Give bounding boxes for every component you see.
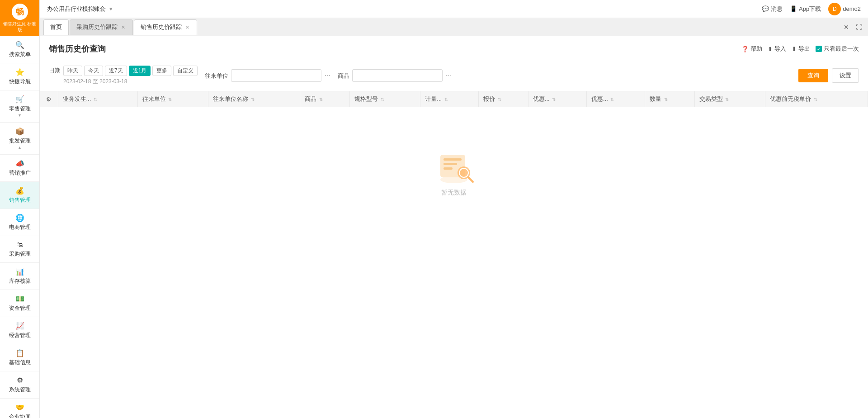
- th-quoted-price[interactable]: 报价 ⇅: [479, 91, 528, 107]
- sidebar-item-search-menu[interactable]: 🔍 搜索菜单: [0, 36, 39, 63]
- sidebar-item-wholesale-mgmt[interactable]: 📦 批发管理 ▴: [0, 123, 39, 155]
- sales-tab-label: 销售历史价跟踪: [141, 23, 182, 31]
- sort-icon: ⇅: [814, 97, 817, 102]
- data-table: ⚙ 业务发生... ⇅ 往来单位 ⇅ 往来单位名称 ⇅: [40, 91, 868, 107]
- app-download-label: App下载: [799, 5, 821, 13]
- import-button[interactable]: ⬆ 导入: [768, 45, 786, 53]
- sidebar-item-finance-mgmt[interactable]: 💵 资金管理: [0, 290, 39, 317]
- home-tab-label: 首页: [50, 23, 62, 31]
- sort-icon: ⇅: [498, 97, 501, 102]
- th-from-unit-name[interactable]: 往来单位名称 ⇅: [208, 91, 300, 107]
- th-biz-date[interactable]: 业务发生... ⇅: [58, 91, 137, 107]
- date-btn-custom[interactable]: 自定义: [173, 66, 198, 76]
- sidebar-item-purchase-mgmt[interactable]: 🛍 采购管理: [0, 236, 39, 263]
- query-button[interactable]: 查询: [798, 69, 828, 82]
- maximize-button[interactable]: ⛶: [854, 22, 864, 33]
- date-btn-1month[interactable]: 近1月: [129, 66, 151, 76]
- user-menu[interactable]: D demo2: [828, 3, 861, 15]
- checkbox-checked-icon: ✓: [816, 46, 822, 52]
- sort-icon: ⇅: [251, 97, 255, 102]
- collab-icon: 🤝: [15, 403, 24, 412]
- import-label: 导入: [774, 45, 786, 53]
- help-button[interactable]: ❓ 帮助: [741, 45, 762, 53]
- topbar-chevron-icon[interactable]: ▾: [109, 5, 113, 12]
- sidebar-item-ecommerce-mgmt[interactable]: 🌐 电商管理: [0, 209, 39, 236]
- purchase-icon: 🛍: [16, 241, 24, 249]
- search-icon: 🔍: [15, 41, 24, 49]
- system-icon: ⚙: [17, 376, 23, 385]
- tab-purchase-history[interactable]: 采购历史价跟踪 ✕: [70, 19, 133, 35]
- username-label: demo2: [843, 5, 861, 12]
- th-discount2[interactable]: 优惠... ⇅: [586, 91, 645, 107]
- date-btn-yesterday[interactable]: 昨天: [63, 66, 82, 76]
- date-btn-today[interactable]: 今天: [84, 66, 103, 76]
- date-btn-7days[interactable]: 近7天: [105, 66, 127, 76]
- sidebar-logo[interactable]: 畅 销售好生意 标准版: [0, 0, 40, 36]
- logo-text: 销售好生意 标准版: [2, 21, 38, 33]
- empty-illustration: [431, 143, 476, 189]
- basic-info-icon: 📋: [15, 349, 24, 357]
- sidebar-item-label: 销售管理: [9, 196, 31, 204]
- avatar: D: [828, 3, 841, 15]
- sort-icon: ⇅: [610, 97, 614, 102]
- sidebar-item-label: 经营管理: [9, 332, 31, 339]
- sidebar-item-system-mgmt[interactable]: ⚙ 系统管理: [0, 371, 39, 399]
- sidebar-item-inventory[interactable]: 📊 库存核算: [0, 263, 39, 290]
- sales-tab-close-icon[interactable]: ✕: [184, 24, 190, 31]
- th-quantity[interactable]: 数量 ⇅: [645, 91, 694, 107]
- export-label: 导出: [798, 45, 810, 53]
- th-trade-type[interactable]: 交易类型 ⇅: [694, 91, 765, 107]
- export-button[interactable]: ⬇ 导出: [792, 45, 810, 53]
- topbar-left: 办公用品行业模拟账套 ▾: [47, 5, 762, 13]
- product-picker-button[interactable]: ···: [445, 71, 451, 80]
- th-pretax-price[interactable]: 优惠前无税单价 ⇅: [765, 91, 868, 107]
- message-label: 消息: [771, 5, 783, 13]
- filter-actions: 查询 设置: [798, 68, 859, 83]
- sidebar-item-label: 企业协同: [9, 413, 31, 418]
- topbar: 办公用品行业模拟账套 ▾ 💬 消息 📱 App下载 D demo2: [40, 0, 868, 18]
- tab-home[interactable]: 首页: [43, 19, 69, 35]
- sidebar-item-label: 电商管理: [9, 223, 31, 231]
- page-header: 销售历史价查询 ❓ 帮助 ⬆ 导入 ⬇ 导出 ✓ 只看最后一次: [40, 36, 868, 60]
- help-icon: ❓: [741, 46, 749, 52]
- app-title: 办公用品行业模拟账套: [47, 5, 106, 13]
- settings-button[interactable]: 设置: [832, 68, 859, 83]
- tab-sales-history[interactable]: 销售历史价跟踪 ✕: [134, 19, 197, 35]
- from-unit-picker-button[interactable]: ···: [324, 71, 330, 80]
- message-button[interactable]: 💬 消息: [762, 5, 783, 13]
- sidebar-item-ops-mgmt[interactable]: 📈 经营管理: [0, 317, 39, 344]
- th-product[interactable]: 商品 ⇅: [300, 91, 349, 107]
- import-icon: ⬆: [768, 46, 773, 52]
- th-spec[interactable]: 规格型号 ⇅: [349, 91, 420, 107]
- sidebar-item-label: 基础信息: [9, 359, 31, 366]
- close-all-tabs-button[interactable]: ✕: [841, 22, 852, 33]
- date-filter-group: 日期 昨天 今天 近7天 近1月 更多 自定义 2023-02-18 至 202…: [49, 66, 198, 86]
- sidebar-item-retail-mgmt[interactable]: 🛒 零售管理 ▾: [0, 90, 39, 123]
- sidebar-item-label: 快捷导航: [9, 78, 31, 86]
- product-input[interactable]: [352, 69, 443, 82]
- sidebar-item-enterprise-collab[interactable]: 🤝 企业协同: [0, 399, 39, 418]
- sidebar-item-marketing[interactable]: 📣 营销推广: [0, 155, 39, 182]
- sort-icon: ⇅: [168, 97, 172, 102]
- app-download-button[interactable]: 📱 App下载: [790, 5, 821, 13]
- export-icon: ⬇: [792, 46, 797, 52]
- only-last-checkbox[interactable]: ✓ 只看最后一次: [816, 45, 859, 53]
- page-content: 销售历史价查询 ❓ 帮助 ⬆ 导入 ⬇ 导出 ✓ 只看最后一次: [40, 36, 868, 418]
- svg-rect-2: [443, 158, 462, 161]
- th-unit[interactable]: 计量... ⇅: [420, 91, 479, 107]
- sidebar-item-basic-info[interactable]: 📋 基础信息: [0, 344, 39, 371]
- from-unit-input[interactable]: [231, 69, 321, 82]
- table-settings-col[interactable]: ⚙: [40, 91, 58, 107]
- sort-icon: ⇅: [319, 97, 323, 102]
- purchase-tab-close-icon[interactable]: ✕: [120, 24, 126, 31]
- date-btn-more[interactable]: 更多: [152, 66, 171, 76]
- table-container: ⚙ 业务发生... ⇅ 往来单位 ⇅ 往来单位名称 ⇅: [40, 91, 868, 233]
- filter-bar: 日期 昨天 今天 近7天 近1月 更多 自定义 2023-02-18 至 202…: [40, 60, 868, 91]
- svg-rect-4: [443, 167, 453, 170]
- sort-icon: ⇅: [664, 97, 668, 102]
- sidebar-item-label: 营销推广: [9, 169, 31, 177]
- sidebar-item-quick-nav[interactable]: ⭐ 快捷导航: [0, 63, 39, 90]
- sidebar-item-sales-mgmt[interactable]: 💰 销售管理: [0, 182, 39, 209]
- th-discount1[interactable]: 优惠... ⇅: [528, 91, 586, 107]
- th-from-unit[interactable]: 往来单位 ⇅: [137, 91, 208, 107]
